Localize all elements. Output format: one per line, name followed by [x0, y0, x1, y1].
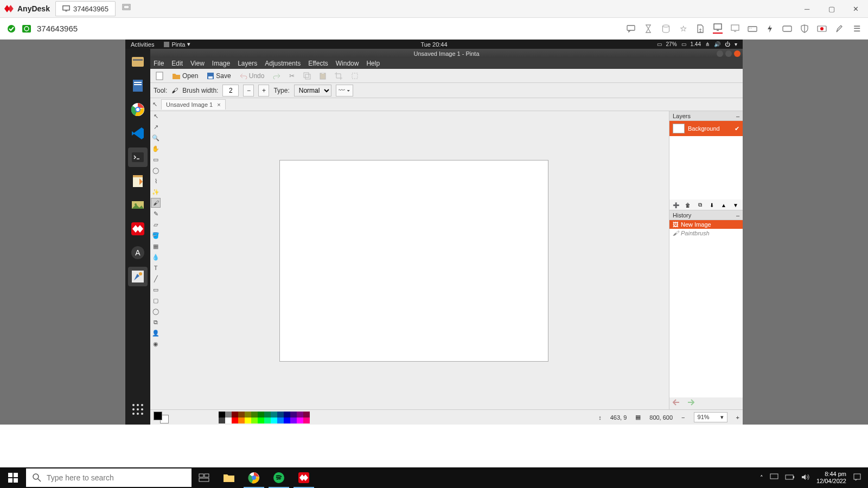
menu-window[interactable]: Window — [336, 60, 359, 67]
paste-button[interactable] — [317, 71, 328, 81]
menu-layers[interactable]: Layers — [238, 60, 257, 67]
tool-rectangle[interactable]: ▭ — [151, 285, 161, 294]
layer-add[interactable]: ➕ — [672, 201, 680, 209]
clock[interactable]: Tue 20:44 — [420, 41, 447, 48]
close-button[interactable]: ✕ — [844, 0, 868, 18]
taskbar-clock[interactable]: 8:44 pm 12/04/2022 — [816, 471, 846, 485]
tray-battery[interactable] — [785, 474, 795, 481]
history-redo[interactable] — [686, 399, 694, 408]
tb-chrome[interactable] — [241, 467, 266, 488]
pinta-maximize[interactable] — [725, 50, 732, 57]
menu-effects[interactable]: Effects — [308, 60, 328, 67]
tool-wand[interactable]: ✨ — [151, 187, 161, 197]
dock-libreoffice[interactable] — [128, 76, 148, 95]
tb-spotify[interactable] — [266, 467, 291, 488]
canvas[interactable] — [279, 160, 548, 362]
tool-rounded-rect[interactable]: ▢ — [151, 296, 161, 305]
shield-icon[interactable] — [800, 24, 809, 34]
layer-merge[interactable]: ⬇ — [707, 201, 716, 209]
tool-gradient[interactable]: ▦ — [151, 241, 161, 251]
history-item[interactable]: 🖌 Paintbrush — [669, 229, 743, 237]
zoom-in[interactable]: + — [736, 414, 739, 421]
layers-collapse-icon[interactable]: – — [736, 113, 739, 119]
tool-zoom[interactable]: 🔍 — [151, 133, 161, 143]
tool-move[interactable]: ↖ — [151, 111, 161, 121]
monitor-icon-2[interactable] — [730, 24, 740, 34]
history-undo[interactable] — [673, 399, 681, 408]
brush-increment[interactable]: + — [258, 85, 269, 97]
color-swatch[interactable] — [154, 412, 169, 423]
dock-files[interactable] — [128, 52, 148, 72]
menu-image[interactable]: Image — [212, 60, 230, 67]
tb-file-explorer[interactable] — [216, 467, 241, 488]
tb-anydesk[interactable] — [291, 467, 316, 488]
tool-ellipse-select[interactable]: ◯ — [151, 165, 161, 175]
dock-chrome[interactable] — [128, 100, 148, 119]
layers-header[interactable]: Layers – — [669, 111, 743, 121]
tool-bucket[interactable]: 🪣 — [151, 230, 161, 240]
minimize-button[interactable]: ─ — [795, 0, 819, 18]
tool-ellipse[interactable]: ◯ — [151, 306, 161, 316]
layer-delete[interactable]: 🗑 — [684, 201, 692, 209]
search-box[interactable]: Type here to search — [26, 468, 192, 487]
tool-rect-select[interactable]: ▭ — [151, 155, 161, 164]
brush-decrement[interactable]: − — [243, 85, 254, 97]
tool-view[interactable]: ↗ — [151, 122, 161, 132]
file-icon[interactable] — [695, 24, 705, 34]
zoom-out[interactable]: − — [681, 414, 685, 421]
tool-freeform[interactable]: ⧉ — [151, 317, 161, 327]
tool-pencil[interactable]: ✎ — [151, 209, 161, 219]
brush-width-input[interactable] — [222, 85, 239, 97]
tray-volume[interactable] — [801, 473, 810, 482]
tool-lasso[interactable]: ⌇ — [151, 176, 161, 186]
undo-button[interactable]: Undo — [238, 71, 267, 81]
deselect-button[interactable] — [349, 71, 361, 81]
tool-recolor[interactable]: ◉ — [151, 339, 161, 349]
cut-button[interactable]: ✂ — [287, 71, 297, 81]
history-header[interactable]: History – — [669, 210, 743, 220]
app-indicator[interactable]: Pinta ▾ — [164, 41, 190, 48]
star-icon[interactable]: ☆ — [678, 24, 688, 34]
chat-icon[interactable] — [626, 24, 636, 34]
new-button[interactable] — [154, 70, 165, 81]
save-button[interactable]: Save — [205, 71, 233, 81]
foreground-color[interactable] — [154, 412, 162, 420]
keyboard-icon[interactable] — [748, 24, 757, 34]
monitor-active-icon[interactable] — [713, 24, 723, 34]
pinta-minimize[interactable] — [717, 50, 723, 57]
activities-button[interactable]: Activities — [131, 41, 154, 48]
crop-button[interactable] — [333, 71, 344, 81]
tool-paintbrush[interactable]: 🖌 — [151, 198, 161, 208]
dock-vscode[interactable] — [128, 124, 148, 143]
tool-line[interactable]: ╱ — [151, 274, 161, 284]
menu-adjustments[interactable]: Adjustments — [265, 60, 301, 67]
copy-button[interactable] — [301, 71, 313, 81]
dock-apps-grid[interactable] — [128, 400, 148, 419]
menu-edit[interactable]: Edit — [171, 60, 183, 67]
fullscreen-tab-icon[interactable] — [122, 4, 131, 14]
tray-display[interactable] — [770, 473, 778, 482]
start-button[interactable] — [0, 467, 26, 488]
layer-down[interactable]: ▼ — [731, 201, 740, 209]
dock-pinta[interactable] — [128, 267, 148, 286]
canvas-area[interactable] — [161, 111, 669, 409]
dock-terminal[interactable] — [128, 147, 148, 167]
pinta-titlebar[interactable]: Unsaved Image 1 - Pinta — [150, 49, 743, 58]
maximize-button[interactable]: ▢ — [819, 0, 844, 18]
pencil-icon[interactable] — [834, 24, 844, 34]
task-view[interactable] — [192, 467, 216, 488]
pinta-close[interactable] — [734, 50, 741, 57]
layer-visible-check[interactable]: ✔ — [735, 125, 739, 132]
tool-pan[interactable]: ✋ — [151, 144, 161, 153]
record-icon[interactable] — [817, 24, 827, 34]
hourglass-icon[interactable] — [643, 24, 653, 34]
layer-duplicate[interactable]: ⧉ — [695, 201, 704, 209]
dock-update[interactable]: A — [128, 243, 148, 262]
lightning-icon[interactable] — [765, 24, 775, 34]
tool-text[interactable]: T — [151, 263, 161, 273]
brush-type-select[interactable]: Normal — [294, 85, 331, 97]
history-item[interactable]: 🖼 New Image — [669, 220, 743, 229]
zoom-select[interactable]: 91%▾ — [694, 412, 727, 422]
dock-text-editor[interactable] — [128, 171, 148, 191]
dock-image-viewer[interactable] — [128, 195, 148, 215]
